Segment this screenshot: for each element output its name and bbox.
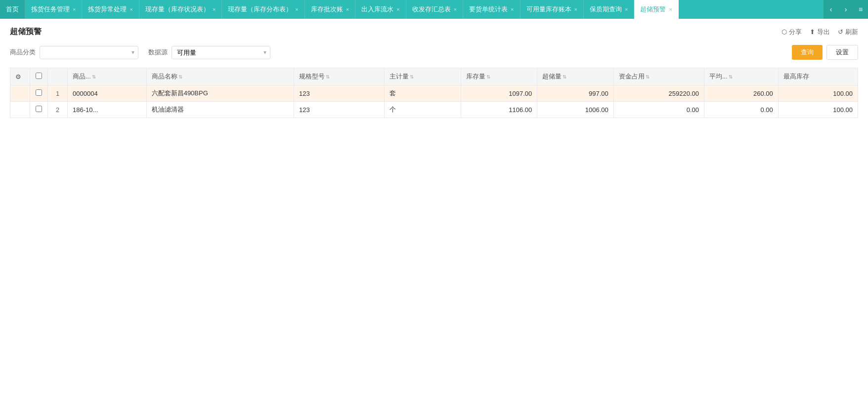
row-stock-cell: 1106.00 (461, 102, 537, 118)
nav-prev-button[interactable]: ‹ (824, 0, 838, 19)
settings-button[interactable]: 设置 (826, 45, 858, 60)
datasource-select-wrapper: 可用量 库存量 (172, 46, 270, 59)
gear-column-header[interactable]: ⚙ (10, 68, 30, 85)
sort-icon: ⇅ (410, 74, 414, 79)
nav-task-mgmt[interactable]: 拣货任务管理 × (25, 0, 82, 19)
spec-column-header[interactable]: 规格型号⇅ (294, 68, 385, 85)
share-button[interactable]: ⬡ 分享 (781, 28, 802, 37)
sort-icon: ⇅ (178, 74, 182, 79)
datasource-label: 数据源 (148, 48, 168, 57)
close-icon[interactable]: × (574, 6, 577, 12)
nav-menu-button[interactable]: ≡ (853, 0, 868, 19)
close-icon[interactable]: × (346, 6, 349, 12)
row-spec-cell: 123 (294, 102, 385, 118)
row-product-code-cell: 186-10... (68, 102, 147, 118)
sort-icon: ⇅ (92, 74, 96, 79)
refresh-button[interactable]: ↺ 刷新 (838, 28, 858, 37)
close-icon[interactable]: × (130, 6, 132, 12)
page-container: 超储预警 ⬡ 分享 ⬆ 导出 ↺ 刷新 商品分类 (0, 19, 868, 395)
sort-icon: ⇅ (486, 74, 490, 79)
refresh-icon: ↺ (838, 28, 843, 36)
max-stock-column-header[interactable]: 最高库存 (778, 68, 858, 85)
nav-avail-ledger[interactable]: 可用量库存账本 × (521, 0, 584, 19)
nav-exception[interactable]: 拣货异常处理 × (82, 0, 139, 19)
product-name-column-header[interactable]: 商品名称⇅ (146, 68, 294, 85)
row-checkbox[interactable] (36, 106, 42, 112)
share-icon: ⬡ (781, 28, 787, 36)
nav-next-button[interactable]: › (838, 0, 853, 19)
sort-icon: ⇅ (729, 74, 733, 79)
nav-recv-summary[interactable]: 收发存汇总表 × (406, 0, 463, 19)
avg-column-header[interactable]: 平均...⇅ (704, 68, 779, 85)
category-select-wrapper (40, 46, 138, 59)
nav-order-stat[interactable]: 要货单统计表 × (463, 0, 520, 19)
check-column-header[interactable] (30, 68, 48, 85)
table-header-row: ⚙ 商品...⇅ 商品名称⇅ 规格型号⇅ 主计量⇅ (10, 68, 858, 85)
export-button[interactable]: ⬆ 导出 (810, 28, 830, 37)
row-spec-cell: 123 (294, 85, 385, 102)
category-label: 商品分类 (10, 48, 36, 57)
table-body: 1 0000004 六配套新昌490BPG 123 套 1097.00 997.… (10, 85, 858, 118)
row-unit-cell: 个 (385, 102, 461, 118)
row-capital-cell: 259220.00 (613, 85, 704, 102)
row-unit-cell: 套 (385, 85, 461, 102)
row-product-code-cell: 0000004 (68, 85, 147, 102)
row-stock-cell: 1097.00 (461, 85, 537, 102)
row-avg-cell: 260.00 (704, 85, 779, 102)
index-column-header (48, 68, 68, 85)
row-avg-cell: 0.00 (704, 102, 779, 118)
close-icon[interactable]: × (295, 6, 298, 12)
nav-expiry[interactable]: 保质期查询 × (584, 0, 634, 19)
sort-icon: ⇅ (563, 74, 566, 79)
table-row: 1 0000004 六配套新昌490BPG 123 套 1097.00 997.… (10, 85, 858, 102)
close-icon[interactable]: × (213, 6, 216, 12)
row-max-stock-cell: 100.00 (778, 102, 858, 118)
page-header: 超储预警 ⬡ 分享 ⬆ 导出 ↺ 刷新 (10, 27, 858, 37)
query-button[interactable]: 查询 (792, 45, 823, 60)
product-code-column-header[interactable]: 商品...⇅ (68, 68, 147, 85)
nav-stock-status[interactable]: 现存量（库存状况表） × (139, 0, 222, 19)
table-row: 2 186-10... 机油滤清器 123 个 1106.00 1006.00 … (10, 102, 858, 118)
stock-column-header[interactable]: 库存量⇅ (461, 68, 537, 85)
row-overstock-cell: 1006.00 (537, 102, 614, 118)
nav-overstock[interactable]: 超储预警 × (634, 0, 678, 19)
overstock-column-header[interactable]: 超储量⇅ (537, 68, 614, 85)
nav-home[interactable]: 首页 (0, 0, 25, 19)
nav-stock-dist[interactable]: 现存量（库存分布表） × (222, 0, 304, 19)
row-gear-cell (10, 85, 30, 102)
row-index-cell: 2 (48, 102, 68, 118)
category-select[interactable] (40, 46, 138, 59)
sort-icon: ⇅ (326, 74, 330, 79)
datasource-select[interactable]: 可用量 库存量 (172, 46, 270, 59)
row-checkbox[interactable] (36, 89, 42, 96)
filter-actions: 查询 设置 (792, 45, 858, 60)
settings-gear-icon[interactable]: ⚙ (15, 73, 21, 80)
page-title: 超储预警 (10, 27, 42, 37)
row-max-stock-cell: 100.00 (778, 85, 858, 102)
filter-row: 商品分类 数据源 可用量 库存量 查询 设置 (10, 45, 858, 60)
row-check-cell[interactable] (30, 102, 48, 118)
filter-group-datasource: 数据源 可用量 库存量 (148, 46, 270, 59)
close-icon[interactable]: × (669, 6, 672, 12)
data-table: ⚙ 商品...⇅ 商品名称⇅ 规格型号⇅ 主计量⇅ (10, 68, 858, 118)
close-icon[interactable]: × (511, 6, 514, 12)
row-check-cell[interactable] (30, 85, 48, 102)
row-overstock-cell: 997.00 (537, 85, 614, 102)
row-product-name-cell: 六配套新昌490BPG (146, 85, 294, 102)
select-all-checkbox[interactable] (36, 73, 42, 79)
row-gear-cell (10, 102, 30, 118)
close-icon[interactable]: × (454, 6, 457, 12)
row-product-name-cell: 机油滤清器 (146, 102, 294, 118)
unit-column-header[interactable]: 主计量⇅ (385, 68, 461, 85)
header-actions: ⬡ 分享 ⬆ 导出 ↺ 刷新 (781, 28, 858, 37)
nav-inout-flow[interactable]: 出入库流水 × (355, 0, 406, 19)
close-icon[interactable]: × (396, 6, 399, 12)
filter-group-category: 商品分类 (10, 46, 138, 59)
capital-column-header[interactable]: 资金占用⇅ (613, 68, 704, 85)
nav-arrows: ‹ › ≡ (824, 0, 868, 19)
close-icon[interactable]: × (625, 6, 628, 12)
nav-batch-ledger[interactable]: 库存批次账 × (305, 0, 355, 19)
close-icon[interactable]: × (73, 6, 76, 12)
row-index-cell: 1 (48, 85, 68, 102)
topbar: 首页 拣货任务管理 × 拣货异常处理 × 现存量（库存状况表） × 现存量（库存… (0, 0, 868, 19)
